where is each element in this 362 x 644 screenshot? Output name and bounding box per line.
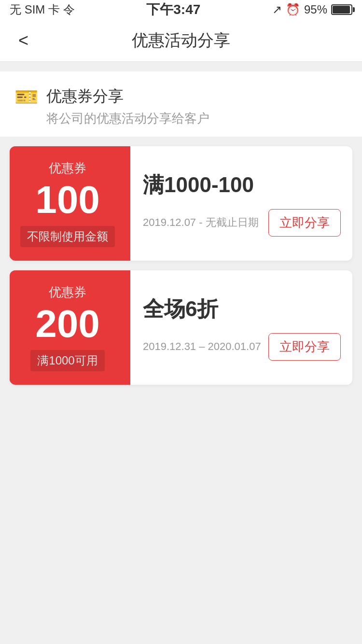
nav-bar: < 优惠活动分享 [0,19,362,62]
coupon-amount-1: 100 [35,181,99,219]
gray-background [0,394,362,636]
coupon-name-2: 全场6折 [143,295,341,323]
status-right: ↗ ⏰ 95% [272,3,352,16]
coupon-label-1: 优惠券 [49,160,86,177]
share-button-2[interactable]: 立即分享 [268,333,341,361]
coupon-amount-2: 200 [35,305,99,343]
section-info: 优惠券分享 将公司的优惠活动分享给客户 [46,86,209,127]
coupon-icon: 🎫 [14,87,39,106]
battery-percent: 95% [304,3,327,16]
coupon-date-2: 2019.12.31 – 2020.01.07 [143,340,268,353]
coupon-condition-1: 不限制使用金额 [20,226,115,247]
coupon-bottom-2: 2019.12.31 – 2020.01.07 立即分享 [143,333,341,361]
status-time: 下午3:47 [146,0,200,19]
sim-status: 无 SIM 卡 令 [10,2,75,17]
coupon-left-1: 优惠券 100 不限制使用金额 [10,146,125,261]
coupon-right-2: 全场6折 2019.12.31 – 2020.01.07 立即分享 [125,270,352,385]
status-left: 无 SIM 卡 令 [10,2,75,17]
coupon-bottom-1: 2019.12.07 - 无截止日期 立即分享 [143,209,341,237]
coupon-right-1: 满1000-100 2019.12.07 - 无截止日期 立即分享 [125,146,352,261]
coupon-name-1: 满1000-100 [143,171,341,199]
coupon-card-1: 优惠券 100 不限制使用金额 满1000-100 2019.12.07 - 无… [10,146,352,261]
coupon-condition-2: 满1000可用 [30,350,104,371]
section-subtitle: 将公司的优惠活动分享给客户 [46,110,209,127]
section-header: 🎫 优惠券分享 将公司的优惠活动分享给客户 [0,71,362,137]
coupon-label-2: 优惠券 [49,284,86,301]
coupon-date-1: 2019.12.07 - 无截止日期 [143,215,268,230]
alarm-icon: ⏰ [286,3,300,16]
back-button[interactable]: < [14,26,33,56]
coupon-left-2: 优惠券 200 满1000可用 [10,270,125,385]
coupon-list: 优惠券 100 不限制使用金额 满1000-100 2019.12.07 - 无… [0,137,362,394]
status-bar: 无 SIM 卡 令 下午3:47 ↗ ⏰ 95% [0,0,362,19]
page-title: 优惠活动分享 [132,29,230,52]
section-title: 优惠券分享 [46,86,209,107]
share-button-1[interactable]: 立即分享 [268,209,341,237]
coupon-card-2: 优惠券 200 满1000可用 全场6折 2019.12.31 – 2020.0… [10,270,352,385]
location-icon: ↗ [272,3,282,16]
battery-icon [331,4,352,15]
